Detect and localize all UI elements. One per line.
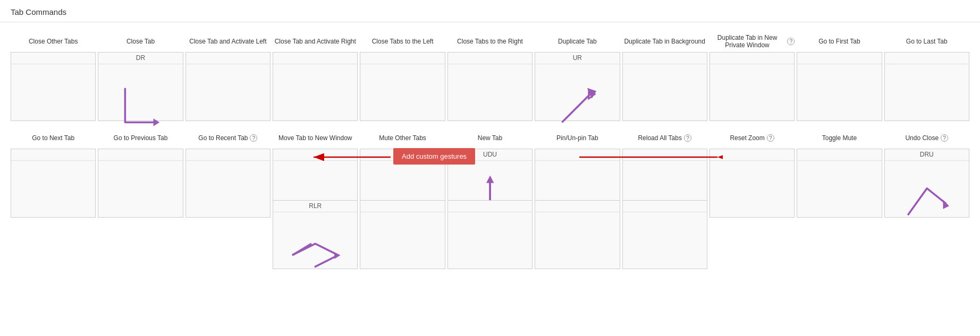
cell-go-prev-tab: Go to Previous Tab [98,130,183,218]
shortcut-pin-unpin-tab [535,149,619,161]
cell-duplicate-tab: Duplicate Tab UR [535,33,620,121]
gesture-box-close-tabs-right[interactable] [447,52,533,121]
shortcut-duplicate-tab-private [710,53,794,64]
label-duplicate-tab: Duplicate Tab [558,33,597,50]
shortcut-go-first-tab [797,53,881,64]
commands-grid: Close Other Tabs Close Tab DR [11,33,969,269]
label-new-tab: New Tab [478,130,502,147]
shortcut-reload-all-tabs [623,149,707,161]
row-1: Close Other Tabs Close Tab DR [11,33,969,121]
shortcut-go-recent-tab [186,149,270,161]
label-close-tabs-left: Close Tabs to the Left [372,33,434,50]
cell-undo-close: Undo Close ? DRU [884,130,969,218]
canvas-undo-close-window [360,212,444,269]
shortcut-mute-other-tabs [360,149,444,161]
gesture-box-duplicate-tab-bg[interactable] [622,52,707,121]
label-mute-other-tabs: Mute Other Tabs [379,130,426,147]
shortcut-close-tab: DR [98,53,182,64]
help-icon-undo-close[interactable]: ? [941,134,948,142]
gesture-box-go-first-tab[interactable] [797,52,882,121]
gesture-box-go-prev-tab[interactable] [98,149,183,218]
cell-duplicate-tab-private: Duplicate Tab in New Private Window ? [709,33,795,121]
canvas-duplicate-tab-private [710,64,794,120]
canvas-undo-close [885,161,969,245]
gesture-box-close-tab[interactable]: DR [98,52,183,121]
gesture-box-undo-close-tab[interactable]: RLR [273,200,358,269]
shortcut-zoom-out [623,201,707,212]
canvas-toggle-mute [797,161,881,217]
canvas-close-tabs-right [448,64,532,120]
shortcut-unmute-all-tabs [448,201,532,212]
gesture-box-reset-zoom[interactable] [709,149,795,218]
label-undo-close: Undo Close ? [905,130,948,147]
cell-reset-zoom: Reset Zoom ? [709,130,795,218]
cell-go-next-tab: Go to Next Tab [11,130,96,218]
gesture-box-zoom-in[interactable] [535,200,620,269]
label-go-last-tab: Go to Last Tab [906,33,948,50]
shortcut-duplicate-tab-bg [623,53,707,64]
label-pin-unpin-tab: Pin/Un-pin Tab [556,130,598,147]
gesture-box-toggle-mute[interactable] [797,149,882,218]
help-icon-reload-all-tabs[interactable]: ? [684,134,691,142]
label-close-tabs-right: Close Tabs to the Right [457,33,523,50]
canvas-go-next-tab [11,161,95,217]
gesture-box-go-last-tab[interactable] [884,52,969,121]
shortcut-go-next-tab [11,149,95,161]
help-icon-reset-zoom[interactable]: ? [767,134,774,142]
shortcut-move-tab-new-window [273,149,357,161]
canvas-zoom-in [535,212,619,269]
gesture-box-close-tabs-left[interactable] [360,52,445,121]
label-reload-all-tabs: Reload All Tabs ? [638,130,691,147]
gesture-box-duplicate-tab-private[interactable] [709,52,795,121]
gesture-box-close-tab-activate-right[interactable] [273,52,358,121]
cell-close-tabs-right: Close Tabs to the Right [447,33,533,121]
gesture-box-zoom-out[interactable] [622,200,707,269]
gesture-box-duplicate-tab[interactable]: UR [535,52,620,121]
help-icon-duplicate-tab-private[interactable]: ? [787,38,795,45]
cell-go-last-tab: Go to Last Tab [884,33,969,121]
text-go-recent-tab: Go to Recent Tab [198,134,248,142]
cell-close-tabs-left: Close Tabs to the Left [360,33,445,121]
shortcut-zoom-in [535,201,619,212]
canvas-zoom-out [623,212,707,269]
shortcut-close-tab-activate-left [186,53,270,64]
gesture-box-undo-close-window[interactable] [360,200,445,269]
gesture-svg-undo-close-tab [273,212,357,288]
cell-close-tab-activate-left: Close Tab and Activate Left [185,33,271,121]
gesture-box-close-other-tabs[interactable] [11,52,96,121]
gesture-svg-undo-close [885,161,969,245]
canvas-undo-close-tab [273,212,357,288]
shortcut-toggle-mute [797,149,881,161]
gesture-box-go-next-tab[interactable] [11,149,96,218]
label-duplicate-tab-bg: Duplicate Tab in Background [624,33,705,50]
text-reset-zoom: Reset Zoom [730,134,764,142]
gesture-box-undo-close[interactable]: DRU [884,149,969,218]
label-close-other-tabs: Close Other Tabs [29,33,78,50]
gesture-box-go-recent-tab[interactable] [185,149,271,218]
canvas-go-first-tab [797,64,881,120]
shortcut-close-tabs-right [448,53,532,64]
gesture-box-unmute-all-tabs[interactable] [447,200,533,269]
canvas-go-recent-tab [186,161,270,217]
shortcut-reset-zoom [710,149,794,161]
cell-close-tab-activate-right: Close Tab and Activate Right [273,33,358,121]
canvas-unmute-all-tabs [448,212,532,269]
canvas-go-prev-tab [98,161,182,217]
shortcut-close-tabs-left [360,53,444,64]
canvas-close-tab-activate-right [273,64,357,120]
svg-marker-5 [943,200,949,209]
cell-go-recent-tab: Go to Recent Tab ? [185,130,271,218]
shortcut-undo-close: DRU [885,149,969,161]
text-undo-close: Undo Close [905,134,939,142]
cell-close-tab: Close Tab DR [98,33,183,121]
help-icon-go-recent-tab[interactable]: ? [250,134,257,142]
shortcut-undo-close-window [360,201,444,212]
shortcut-go-prev-tab [98,149,182,161]
canvas-close-tabs-left [360,64,444,120]
shortcut-undo-close-tab: RLR [273,201,357,212]
label-go-prev-tab: Go to Previous Tab [114,130,168,147]
label-close-tab: Close Tab [126,33,155,50]
label-go-first-tab: Go to First Tab [818,33,860,50]
label-move-tab-new-window: Move Tab to New Window [278,130,352,147]
gesture-box-close-tab-activate-left[interactable] [185,52,271,121]
